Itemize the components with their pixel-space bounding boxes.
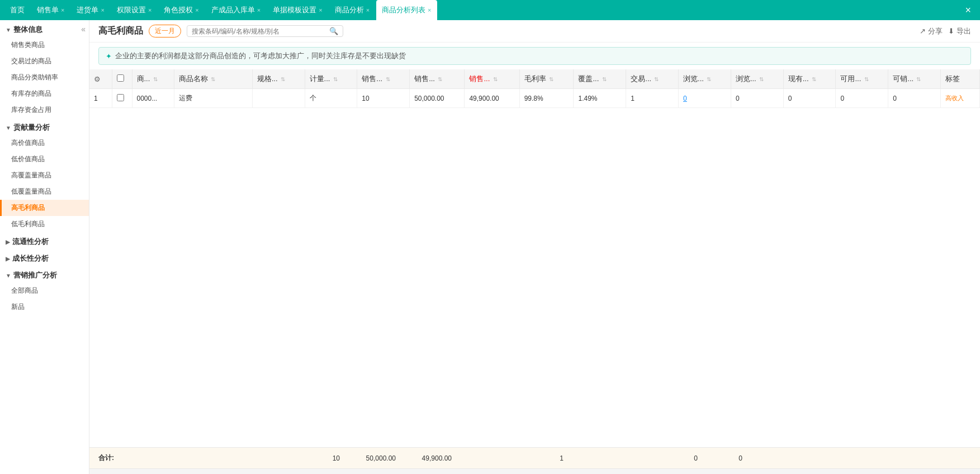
col-unit: 计量... ⇅ bbox=[305, 69, 357, 89]
share-button[interactable]: ↗ 分享 bbox=[920, 26, 943, 36]
footer-sale-cost: 49,900.00 bbox=[400, 454, 456, 462]
table-header-row: ⚙ 商... ⇅ 商品名称 ⇅ bbox=[89, 69, 980, 89]
sort-sale-qty-icon[interactable]: ⇅ bbox=[386, 76, 390, 82]
search-input[interactable] bbox=[192, 27, 327, 35]
cell-usable-stock: 0 bbox=[836, 89, 888, 108]
cell-sale-cost: 49,900.00 bbox=[465, 89, 519, 108]
nav-product-warehousing[interactable]: 产成品入库单 × bbox=[206, 0, 266, 20]
sort-name-icon[interactable]: ⇅ bbox=[211, 76, 215, 82]
cell-trade: 1 bbox=[626, 89, 679, 108]
sidebar-item-high-value[interactable]: 高价值商品 bbox=[0, 135, 89, 151]
footer-cell-spacer3 bbox=[221, 454, 266, 462]
nav-template-settings[interactable]: 单据模板设置 × bbox=[267, 0, 328, 20]
close-product-analysis-list[interactable]: × bbox=[428, 7, 431, 13]
footer-sale-amount: 50,000.00 bbox=[344, 454, 400, 462]
filter-recent-month-button[interactable]: 近一月 bbox=[149, 25, 181, 37]
nav-sales-order[interactable]: 销售单 × bbox=[31, 0, 70, 20]
sidebar-item-in-stock-goods[interactable]: 有库存的商品 bbox=[0, 86, 89, 102]
footer-sale-qty: 10 bbox=[300, 454, 344, 462]
settings-icon[interactable]: ⚙ bbox=[94, 75, 101, 83]
col-spec: 规格... ⇅ bbox=[252, 69, 305, 89]
col-tag: 标签 bbox=[941, 69, 980, 89]
sidebar-item-traded-goods[interactable]: 交易过的商品 bbox=[0, 53, 89, 69]
sidebar-group-overview[interactable]: ▼ 整体信息 bbox=[0, 20, 89, 37]
col-code: 商... ⇅ bbox=[132, 69, 174, 89]
sidebar-collapse-button[interactable]: « bbox=[81, 25, 86, 34]
sort-unit-icon[interactable]: ⇅ bbox=[333, 76, 338, 82]
info-banner: ✦ 企业的主要的利润都是这部分商品创造的，可考虑加大推广，同时关注库存是不要出现… bbox=[98, 47, 971, 65]
sidebar-group-liquidity[interactable]: ▶ 流通性分析 bbox=[0, 232, 89, 249]
footer-spacer7 bbox=[568, 454, 613, 462]
sort-sale-cost-icon[interactable]: ⇅ bbox=[493, 76, 498, 82]
col-trade: 交易... ⇅ bbox=[626, 69, 679, 89]
nav-permission-settings[interactable]: 权限设置 × bbox=[111, 0, 157, 20]
sidebar-item-all-goods[interactable]: 全部商品 bbox=[0, 283, 89, 299]
sidebar-item-stock-capital[interactable]: 库存资金占用 bbox=[0, 102, 89, 118]
nav-role-auth[interactable]: 角色授权 × bbox=[158, 0, 204, 20]
nav-product-analysis[interactable]: 商品分析 × bbox=[329, 0, 375, 20]
sort-sale-amount-icon[interactable]: ⇅ bbox=[438, 76, 442, 82]
close-all-tabs[interactable]: × bbox=[960, 4, 976, 16]
sidebar-group-growth[interactable]: ▶ 成长性分析 bbox=[0, 249, 89, 266]
cell-spec bbox=[252, 89, 305, 108]
cell-view1[interactable]: 0 bbox=[679, 89, 731, 108]
sort-current-stock-icon[interactable]: ⇅ bbox=[812, 76, 816, 82]
marketing-arrow-icon: ▼ bbox=[6, 273, 11, 279]
sidebar-item-new-goods[interactable]: 新品 bbox=[0, 299, 89, 315]
col-usable-stock: 可用... ⇅ bbox=[836, 69, 888, 89]
sidebar-item-high-margin[interactable]: 高毛利商品 bbox=[0, 200, 89, 216]
footer-spacer8 bbox=[613, 454, 657, 462]
sort-view2-icon[interactable]: ⇅ bbox=[759, 76, 764, 82]
col-sale-amount: 销售... ⇅ bbox=[410, 69, 465, 89]
sort-gross-rate-icon[interactable]: ⇅ bbox=[549, 76, 553, 82]
sidebar-group-contribution[interactable]: ▼ 贡献量分析 bbox=[0, 118, 89, 135]
share-icon: ↗ bbox=[920, 27, 926, 35]
contribution-arrow-icon: ▼ bbox=[6, 125, 11, 131]
col-current-stock: 现有... ⇅ bbox=[783, 69, 836, 89]
sidebar-item-category-assist-rate[interactable]: 商品分类助销率 bbox=[0, 69, 89, 86]
cell-sale-amount: 50,000.00 bbox=[410, 89, 465, 108]
sidebar-group-marketing[interactable]: ▼ 营销推广分析 bbox=[0, 266, 89, 283]
cell-gross-rate: 99.8% bbox=[519, 89, 574, 108]
header-actions: ↗ 分享 ⬇ 导出 bbox=[920, 26, 971, 36]
sidebar-item-low-value[interactable]: 低价值商品 bbox=[0, 151, 89, 167]
sort-code-icon[interactable]: ⇅ bbox=[153, 76, 158, 82]
footer-cell-spacer bbox=[123, 454, 165, 462]
row-checkbox[interactable] bbox=[117, 94, 124, 101]
content-area: 高毛利商品 近一月 🔍 ↗ 分享 ⬇ 导出 ✦ 企业的主要的利润都是这部分商品创… bbox=[89, 20, 980, 474]
sort-coverage-icon[interactable]: ⇅ bbox=[602, 76, 607, 82]
sort-saleable-stock-icon[interactable]: ⇅ bbox=[916, 76, 921, 82]
close-product-analysis[interactable]: × bbox=[366, 7, 370, 13]
search-icon[interactable]: 🔍 bbox=[329, 27, 338, 35]
nav-home[interactable]: 首页 bbox=[4, 0, 30, 20]
sidebar-item-low-margin[interactable]: 低毛利商品 bbox=[0, 216, 89, 232]
cell-unit: 个 bbox=[305, 89, 357, 108]
col-gross-rate: 毛利率 ⇅ bbox=[519, 69, 574, 89]
footer-usable-stock: 0 bbox=[702, 454, 747, 462]
sidebar-item-sales-goods[interactable]: 销售类商品 bbox=[0, 37, 89, 53]
close-sales-order[interactable]: × bbox=[61, 7, 64, 13]
close-product-warehousing[interactable]: × bbox=[257, 7, 261, 13]
sort-usable-stock-icon[interactable]: ⇅ bbox=[864, 76, 869, 82]
nav-product-analysis-list[interactable]: 商品分析列表 × bbox=[376, 0, 437, 20]
close-permission-settings[interactable]: × bbox=[148, 7, 152, 13]
sort-view1-icon[interactable]: ⇅ bbox=[707, 76, 711, 82]
select-all-checkbox[interactable] bbox=[117, 74, 124, 82]
sidebar-item-low-coverage[interactable]: 低覆盖量商品 bbox=[0, 184, 89, 200]
close-template-settings[interactable]: × bbox=[319, 7, 322, 13]
sort-trade-icon[interactable]: ⇅ bbox=[654, 76, 659, 82]
table-container: ⚙ 商... ⇅ 商品名称 ⇅ bbox=[89, 69, 980, 447]
nav-purchase-order[interactable]: 进货单 × bbox=[71, 0, 110, 20]
export-button[interactable]: ⬇ 导出 bbox=[948, 26, 971, 36]
sidebar-item-high-coverage[interactable]: 高覆盖量商品 bbox=[0, 167, 89, 184]
close-role-auth[interactable]: × bbox=[195, 7, 198, 13]
footer-spacer5 bbox=[456, 454, 490, 462]
footer-total: 合计: 10 50,000.00 49,900.00 1 0 0 bbox=[89, 447, 980, 468]
sort-spec-icon[interactable]: ⇅ bbox=[281, 76, 285, 82]
horizontal-scrollbar[interactable] bbox=[89, 468, 980, 474]
col-view2: 浏览... ⇅ bbox=[731, 69, 783, 89]
footer-label: 合计: bbox=[89, 453, 123, 463]
cell-sale-qty: 10 bbox=[357, 89, 410, 108]
col-settings[interactable]: ⚙ bbox=[89, 69, 112, 89]
close-purchase-order[interactable]: × bbox=[101, 7, 104, 13]
